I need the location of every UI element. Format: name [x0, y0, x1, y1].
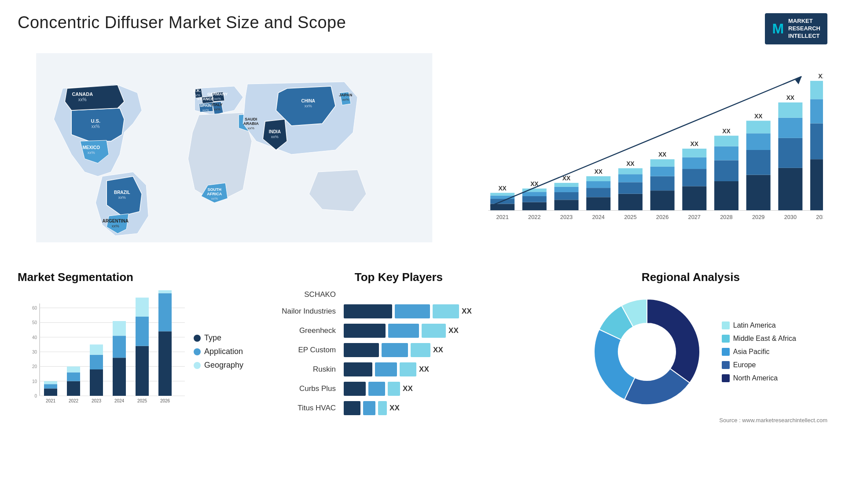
segmentation-legend: TypeApplicationGeography: [194, 333, 243, 370]
svg-rect-73: [746, 175, 770, 210]
donut-legend-label: Middle East & Africa: [733, 335, 796, 343]
player-bar: [422, 324, 446, 338]
player-bar: [411, 343, 430, 357]
svg-rect-39: [522, 196, 546, 202]
growth-chart-svg: XXXXXXXXXXXXXXXXXXXXXX 20212022202320242…: [469, 62, 823, 238]
donut-svg: [585, 290, 709, 413]
top-section: CANADA xx% U.S. xx% MEXICO xx% BRAZIL xx…: [18, 53, 827, 257]
player-xx-label: XX: [433, 346, 443, 354]
svg-rect-74: [746, 150, 770, 175]
logo-text: MARKET RESEARCH INTELLECT: [788, 18, 820, 40]
player-bar-wrap: XX: [344, 401, 545, 415]
donut-legend-label: North America: [733, 374, 778, 382]
map-svg: CANADA xx% U.S. xx% MEXICO xx% BRAZIL xx…: [18, 53, 451, 242]
svg-text:2023: 2023: [92, 398, 102, 403]
player-bar: [344, 324, 386, 338]
svg-text:XX: XX: [722, 128, 731, 134]
donut-legend-item: Middle East & Africa: [722, 335, 796, 343]
svg-rect-59: [650, 176, 674, 190]
svg-rect-122: [67, 372, 80, 381]
player-bar: [344, 304, 392, 318]
svg-text:CHINA: CHINA: [301, 99, 315, 103]
player-row: EP CustomXX: [252, 343, 545, 357]
svg-text:CANADA: CANADA: [72, 91, 93, 97]
legend-item: Geography: [194, 361, 243, 370]
svg-text:2024: 2024: [114, 398, 125, 403]
donut-legend-color-icon: [722, 374, 730, 382]
svg-rect-63: [682, 186, 706, 210]
svg-rect-84: [810, 123, 823, 159]
svg-text:xx%: xx%: [92, 124, 100, 129]
player-bar-wrap: XX: [344, 304, 545, 318]
segmentation-svg: 0102030405060202120222023202420252026: [18, 290, 185, 413]
svg-rect-119: [44, 381, 57, 384]
svg-text:40: 40: [32, 335, 37, 340]
svg-text:xx%: xx%: [118, 195, 126, 200]
donut-legend-label: Latin America: [733, 321, 776, 329]
donut-legend-item: Europe: [722, 361, 796, 369]
svg-text:2029: 2029: [752, 214, 764, 220]
donut-legend: Latin AmericaMiddle East & AfricaAsia Pa…: [722, 321, 796, 382]
player-name: Curbs Plus: [252, 384, 340, 393]
svg-text:2027: 2027: [688, 214, 700, 220]
donut-legend-item: Asia Pacific: [722, 348, 796, 356]
player-name: Ruskin: [252, 365, 340, 374]
donut-legend-color-icon: [722, 348, 730, 356]
svg-rect-60: [650, 166, 674, 176]
svg-text:xx%: xx%: [88, 150, 95, 155]
svg-text:xx%: xx%: [214, 97, 221, 101]
svg-rect-61: [650, 159, 674, 167]
svg-text:XX: XX: [626, 160, 635, 167]
bottom-section: Market Segmentation 01020304050602021202…: [18, 270, 827, 424]
svg-rect-78: [778, 168, 802, 210]
player-bar-wrap: XX: [344, 343, 545, 357]
svg-text:XX: XX: [690, 141, 698, 147]
svg-rect-80: [778, 117, 802, 138]
players-table: SCHAKONailor IndustriesXXGreenheckXXEP C…: [252, 290, 545, 415]
svg-rect-69: [714, 160, 738, 181]
svg-rect-48: [586, 197, 610, 210]
player-name: Nailor Industries: [252, 307, 340, 316]
svg-rect-131: [113, 321, 126, 336]
donut-legend-item: North America: [722, 374, 796, 382]
legend-label: Type: [204, 333, 221, 343]
svg-text:2022: 2022: [69, 398, 79, 403]
svg-rect-133: [136, 346, 149, 395]
svg-text:U.K.: U.K.: [193, 88, 201, 93]
svg-rect-139: [158, 290, 172, 293]
svg-rect-123: [67, 366, 80, 372]
svg-rect-58: [650, 190, 674, 210]
svg-rect-54: [618, 182, 642, 194]
svg-text:2023: 2023: [560, 214, 572, 220]
legend-dot-icon: [194, 348, 201, 355]
svg-rect-43: [554, 200, 578, 210]
svg-text:2024: 2024: [592, 214, 604, 220]
donut-wrapper: Latin AmericaMiddle East & AfricaAsia Pa…: [554, 290, 827, 413]
svg-rect-129: [113, 358, 126, 396]
svg-text:xx%: xx%: [78, 97, 87, 102]
legend-label: Geography: [204, 361, 243, 370]
svg-text:ITALY: ITALY: [212, 102, 223, 107]
player-bar: [344, 343, 379, 357]
svg-rect-117: [44, 388, 57, 396]
svg-text:30: 30: [32, 350, 37, 354]
svg-rect-56: [618, 168, 642, 174]
svg-text:AFRICA: AFRICA: [207, 192, 222, 196]
player-bar: [375, 362, 397, 376]
player-bar-wrap: XX: [344, 324, 545, 338]
svg-text:2031: 2031: [816, 214, 823, 220]
svg-rect-45: [554, 187, 578, 192]
donut-legend-item: Latin America: [722, 321, 796, 329]
svg-rect-75: [746, 133, 770, 150]
svg-rect-118: [44, 384, 57, 388]
key-players-section: Top Key Players SCHAKONailor IndustriesX…: [252, 270, 545, 424]
svg-rect-126: [90, 354, 103, 369]
player-row: GreenheckXX: [252, 324, 545, 338]
page-header: Concentric Diffuser Market Size and Scop…: [18, 13, 827, 44]
player-row: Nailor IndustriesXX: [252, 304, 545, 318]
player-row: Titus HVACXX: [252, 401, 545, 415]
player-bar: [388, 382, 400, 396]
svg-text:2025: 2025: [137, 398, 147, 403]
svg-text:20: 20: [32, 364, 37, 369]
donut-legend-label: Europe: [733, 361, 756, 369]
